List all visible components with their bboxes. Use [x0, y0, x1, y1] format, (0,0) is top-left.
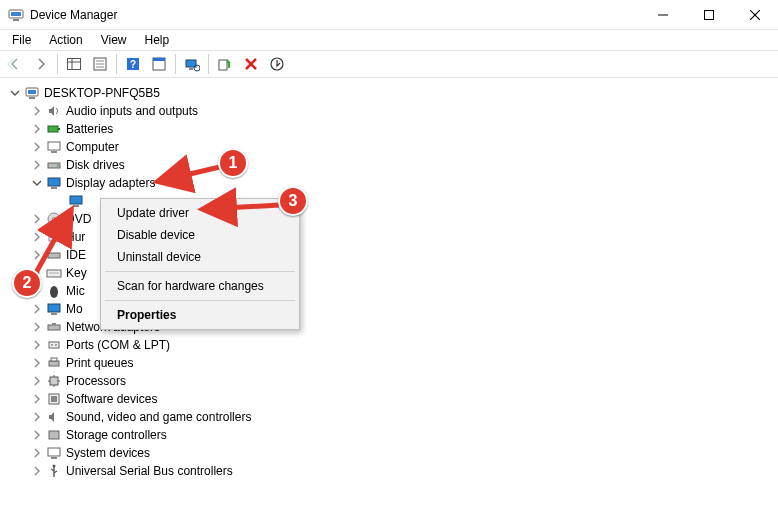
chevron-right-icon[interactable] [30, 158, 44, 172]
forward-button[interactable] [29, 52, 53, 76]
svg-rect-4 [705, 10, 714, 19]
chevron-down-icon[interactable] [30, 176, 44, 190]
chevron-right-icon[interactable] [30, 356, 44, 370]
tree-item-print-queues[interactable]: Print queues [8, 354, 778, 372]
tree-root[interactable]: DESKTOP-PNFQ5B5 [8, 84, 778, 102]
printer-icon [46, 355, 62, 371]
toolbar-separator [116, 54, 117, 74]
svg-rect-38 [73, 205, 79, 207]
menu-view[interactable]: View [93, 32, 135, 49]
tree-item-audio[interactable]: Audio inputs and outputs [8, 102, 778, 120]
svg-rect-30 [58, 128, 60, 130]
chevron-right-icon[interactable] [30, 338, 44, 352]
tree-item-display-adapters[interactable]: Display adapters [8, 174, 778, 192]
help-toolbar-button[interactable]: ? [121, 52, 145, 76]
chevron-right-icon[interactable] [30, 284, 44, 298]
chevron-right-icon[interactable] [30, 248, 44, 262]
chevron-right-icon[interactable] [30, 230, 44, 244]
svg-rect-27 [28, 90, 36, 94]
chevron-right-icon[interactable] [30, 212, 44, 226]
ctx-properties[interactable]: Properties [103, 304, 297, 326]
chevron-right-icon[interactable] [30, 302, 44, 316]
minimize-button[interactable] [640, 0, 686, 29]
tree-item-label: Hur [66, 230, 85, 244]
svg-rect-2 [13, 19, 19, 21]
ctx-update-driver[interactable]: Update driver [103, 202, 297, 224]
toolbar-separator [57, 54, 58, 74]
tree-item-label: Disk drives [66, 158, 125, 172]
svg-point-20 [194, 65, 200, 71]
mouse-icon [46, 283, 62, 299]
tree-item-ports[interactable]: Ports (COM & LPT) [8, 336, 778, 354]
close-button[interactable] [732, 0, 778, 29]
chevron-right-icon[interactable] [30, 320, 44, 334]
tree-item-batteries[interactable]: Batteries [8, 120, 778, 138]
svg-rect-49 [52, 323, 56, 325]
tree-item-label: Audio inputs and outputs [66, 104, 198, 118]
chevron-right-icon[interactable] [30, 392, 44, 406]
tree-item-label: DVD [66, 212, 91, 226]
chevron-right-icon[interactable] [30, 374, 44, 388]
chevron-right-icon[interactable] [30, 464, 44, 478]
menu-file[interactable]: File [4, 32, 39, 49]
tree-item-usb[interactable]: Universal Serial Bus controllers [8, 462, 778, 480]
svg-rect-41 [49, 233, 59, 241]
window-title: Device Manager [30, 8, 117, 22]
tree-item-storage-controllers[interactable]: Storage controllers [8, 426, 778, 444]
scan-hardware-button[interactable] [180, 52, 204, 76]
back-button[interactable] [3, 52, 27, 76]
tree-item-label: Computer [66, 140, 119, 154]
chevron-right-icon[interactable] [30, 446, 44, 460]
tree-root-label: DESKTOP-PNFQ5B5 [44, 86, 160, 100]
svg-point-51 [51, 344, 53, 346]
svg-rect-36 [51, 187, 57, 189]
ctx-scan-hardware[interactable]: Scan for hardware changes [103, 275, 297, 297]
toolbar-separator [208, 54, 209, 74]
chevron-right-icon[interactable] [30, 122, 44, 136]
svg-rect-21 [219, 60, 227, 70]
update-driver-toolbar-button[interactable] [213, 52, 237, 76]
monitor-icon [46, 301, 62, 317]
svg-rect-35 [48, 178, 60, 186]
tree-item-system-devices[interactable]: System devices [8, 444, 778, 462]
chevron-right-icon[interactable] [30, 140, 44, 154]
tree-item-software-devices[interactable]: Software devices [8, 390, 778, 408]
uninstall-toolbar-button[interactable] [239, 52, 263, 76]
ctx-uninstall-device[interactable]: Uninstall device [103, 246, 297, 268]
svg-rect-7 [68, 59, 81, 70]
context-menu-separator [105, 271, 295, 272]
display-icon [46, 175, 62, 191]
tree-item-computer[interactable]: Computer [8, 138, 778, 156]
show-hide-tree-button[interactable] [62, 52, 86, 76]
action-toolbar-button[interactable] [147, 52, 171, 76]
display-icon [68, 193, 84, 209]
properties-toolbar-button[interactable] [88, 52, 112, 76]
speaker-icon [46, 409, 62, 425]
tree-item-label: Batteries [66, 122, 113, 136]
port-icon [46, 337, 62, 353]
toolbar: ? [0, 50, 778, 78]
tree-item-label: Sound, video and game controllers [66, 410, 251, 424]
drive-icon [46, 157, 62, 173]
menu-help[interactable]: Help [137, 32, 178, 49]
tree-item-label: Print queues [66, 356, 133, 370]
computer-icon [24, 85, 40, 101]
svg-point-34 [57, 165, 59, 167]
chevron-down-icon[interactable] [8, 86, 22, 100]
computer-icon [46, 139, 62, 155]
maximize-button[interactable] [686, 0, 732, 29]
ctx-disable-device[interactable]: Disable device [103, 224, 297, 246]
chevron-right-icon[interactable] [30, 410, 44, 424]
menu-action[interactable]: Action [41, 32, 90, 49]
chevron-right-icon[interactable] [30, 104, 44, 118]
tree-item-sound[interactable]: Sound, video and game controllers [8, 408, 778, 426]
cpu-icon [46, 373, 62, 389]
tree-item-processors[interactable]: Processors [8, 372, 778, 390]
context-menu-separator [105, 300, 295, 301]
tree-item-label: Software devices [66, 392, 157, 406]
chevron-right-icon[interactable] [30, 428, 44, 442]
tree-item-disk-drives[interactable]: Disk drives [8, 156, 778, 174]
usb-icon [46, 463, 62, 479]
chevron-right-icon[interactable] [30, 266, 44, 280]
disable-toolbar-button[interactable] [265, 52, 289, 76]
